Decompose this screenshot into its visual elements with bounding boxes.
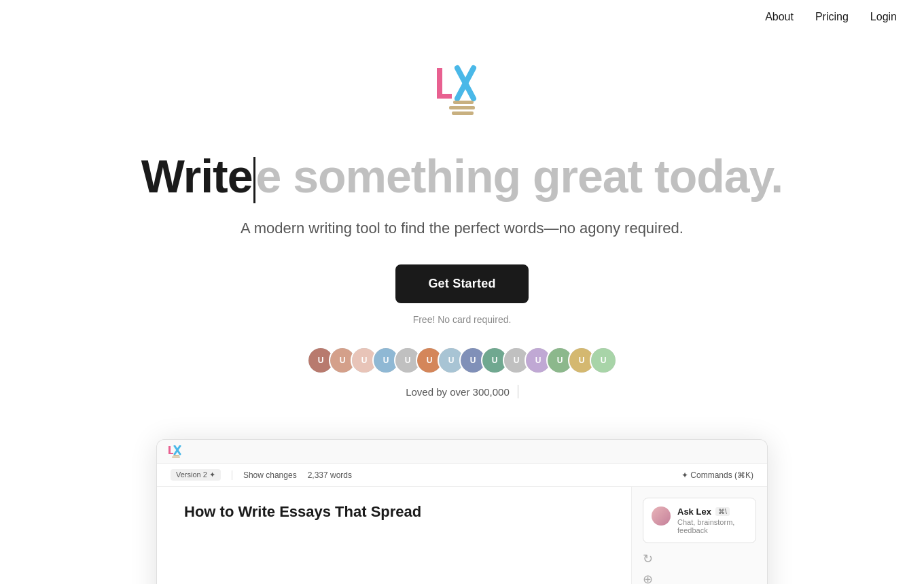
- social-proof-text: Loved by over 300,000: [406, 386, 510, 398]
- toolbar-sep-1: [232, 470, 232, 480]
- screenshot-top-bar: [157, 440, 767, 464]
- avatars-row: UUUUUUUUUUUUUU: [307, 347, 617, 374]
- screenshot-editor: How to Write Essays That Spread: [157, 487, 631, 584]
- sidebar-icon-1: ↻: [643, 551, 756, 566]
- headline-black-part: Write: [141, 150, 253, 202]
- svg-rect-12: [172, 457, 180, 458]
- hero-section: Writee something great today. A modern w…: [0, 34, 924, 439]
- toolbar-words: 2,337 words: [308, 470, 352, 480]
- social-proof-divider: [518, 385, 518, 398]
- sidebar-icons: ↻ ⊕ ☰ ⌄: [643, 551, 756, 584]
- nav-login[interactable]: Login: [870, 11, 897, 23]
- nav-pricing[interactable]: Pricing: [815, 11, 849, 23]
- screenshot-container: Version 2 ✦ Show changes 2,337 words ✦ C…: [0, 439, 924, 584]
- app-screenshot: Version 2 ✦ Show changes 2,337 words ✦ C…: [156, 439, 768, 584]
- ask-lex-label: Ask Lex: [677, 506, 711, 517]
- ask-lex-shortcut: ⌘\: [715, 507, 730, 516]
- navbar: About Pricing Login: [0, 0, 924, 34]
- svg-rect-6: [452, 111, 474, 115]
- ask-lex-box[interactable]: Ask Lex ⌘\ Chat, brainstorm, feedback: [643, 498, 756, 543]
- ask-lex-subtext: Chat, brainstorm, feedback: [677, 518, 747, 534]
- svg-rect-1: [437, 94, 452, 99]
- screenshot-toolbar: Version 2 ✦ Show changes 2,337 words ✦ C…: [157, 464, 767, 487]
- avatar-14: U: [590, 347, 617, 374]
- svg-rect-5: [449, 106, 475, 109]
- screenshot-sidebar: Ask Lex ⌘\ Chat, brainstorm, feedback ↻ …: [631, 487, 767, 584]
- hero-headline: Writee something great today.: [141, 151, 783, 203]
- cursor-blink: [253, 157, 255, 203]
- toolbar-changes: Show changes: [243, 470, 297, 480]
- sidebar-icon-2: ⊕: [643, 572, 756, 584]
- hero-subheadline: A modern writing tool to find the perfec…: [241, 220, 683, 237]
- nav-about[interactable]: About: [765, 11, 794, 23]
- version-badge: Version 2 ✦: [171, 469, 221, 481]
- toolbar-commands: ✦ Commands (⌘K): [681, 470, 753, 480]
- screenshot-content: How to Write Essays That Spread Ask Lex …: [157, 487, 767, 584]
- svg-rect-11: [173, 455, 179, 456]
- svg-rect-4: [453, 101, 474, 104]
- sidebar-icon-settings: ⊕: [643, 572, 653, 584]
- screenshot-inner: Version 2 ✦ Show changes 2,337 words ✦ C…: [157, 464, 767, 584]
- editor-title: How to Write Essays That Spread: [184, 503, 604, 521]
- ask-lex-content: Ask Lex ⌘\ Chat, brainstorm, feedback: [677, 506, 747, 534]
- logo: [431, 61, 493, 118]
- cta-subtext: Free! No card required.: [413, 314, 512, 325]
- svg-rect-8: [168, 453, 173, 454]
- social-proof: Loved by over 300,000: [406, 385, 518, 398]
- lex-avatar: [652, 506, 671, 526]
- sidebar-icon-refresh: ↻: [643, 551, 653, 566]
- headline-gray-part: e something great today.: [256, 150, 783, 202]
- get-started-button[interactable]: Get Started: [395, 264, 528, 303]
